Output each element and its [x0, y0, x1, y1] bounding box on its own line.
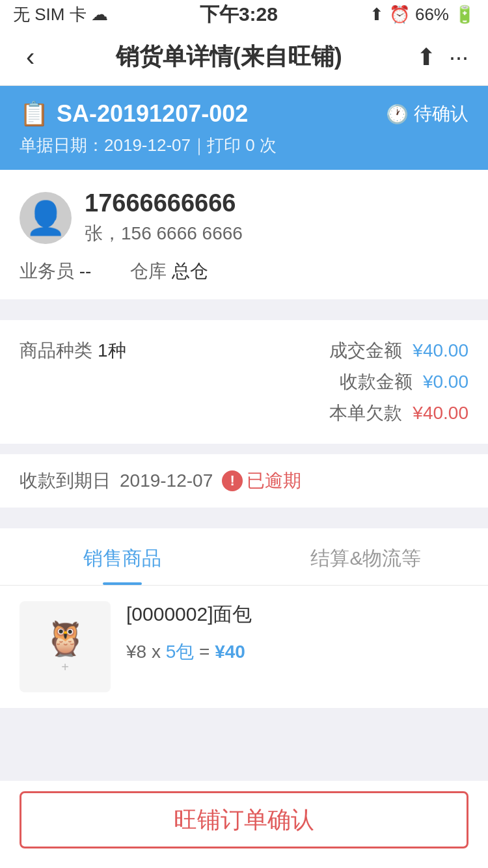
status-bar: 无 SIM 卡 ☁ 下午3:28 ⬆ ⏰ 66% 🔋	[0, 0, 488, 29]
summary-card: 商品种类 1种 成交金额 ¥40.00 收款金额 ¥0.00 本单欠款 ¥40.…	[0, 320, 488, 444]
tab-settlement-logistics[interactable]: 结算&物流等	[244, 528, 488, 585]
owed-amount-value: ¥40.00	[413, 403, 468, 424]
bottom-bar: 旺铺订单确认	[0, 781, 488, 868]
amounts-section: 成交金额 ¥40.00 收款金额 ¥0.00 本单欠款 ¥40.00	[329, 338, 468, 426]
overdue-badge: ! 已逾期	[222, 468, 301, 493]
price-equals: =	[199, 642, 215, 662]
price-base: ¥8 x	[126, 642, 161, 662]
salesperson-value: --	[79, 261, 92, 281]
clock-icon: 🕐	[386, 103, 409, 125]
customer-name-phone: 张，156 6666 6666	[85, 221, 243, 246]
transaction-amount-label: 成交金额	[329, 338, 402, 363]
warehouse-value: 总仓	[172, 261, 208, 281]
due-date-value: 2019-12-07	[120, 470, 213, 491]
tab-sales-products[interactable]: 销售商品	[0, 528, 244, 585]
product-types-label: 商品种类	[20, 338, 92, 363]
order-date: 单据日期：2019-12-07｜打印 0 次	[20, 134, 468, 157]
status-right: ⬆ ⏰ 66% 🔋	[370, 5, 475, 25]
battery-icon: 🔋	[454, 5, 475, 25]
back-button[interactable]: ‹	[20, 36, 41, 78]
price-qty: 5包	[166, 642, 195, 662]
customer-card: 👤 17666666666 张，156 6666 6666 业务员 -- 仓库 …	[0, 170, 488, 299]
status-left: 无 SIM 卡 ☁	[13, 3, 108, 26]
page-title: 销货单详情(来自旺铺)	[41, 41, 416, 73]
divider-2	[0, 508, 488, 518]
owed-amount-label: 本单欠款	[329, 401, 402, 426]
product-card: 🦉 + [0000002]面包 ¥8 x 5包 = ¥40	[0, 586, 488, 708]
share-button[interactable]: ⬆	[416, 44, 436, 71]
confirm-order-button[interactable]: 旺铺订单确认	[20, 791, 468, 848]
no-sim-text: 无 SIM 卡 ☁	[13, 3, 108, 26]
product-image-plus: +	[61, 660, 69, 675]
order-doc-icon: 📋	[20, 100, 49, 128]
nav-actions: ⬆ ···	[416, 44, 468, 71]
order-number: 📋 SA-20191207-002	[20, 100, 248, 128]
alarm-icon: ⏰	[389, 5, 410, 25]
customer-phone: 17666666666	[85, 189, 243, 217]
product-image-icon: 🦉	[44, 619, 87, 658]
navigation-icon: ⬆	[370, 5, 384, 25]
avatar: 👤	[20, 192, 72, 244]
product-name: [0000002]面包	[126, 601, 468, 628]
avatar-icon: 👤	[25, 199, 66, 237]
product-thumbnail: 🦉 +	[20, 601, 111, 692]
warning-icon: !	[222, 470, 243, 491]
received-amount-label: 收款金额	[340, 370, 413, 394]
tabs: 销售商品 结算&物流等	[0, 528, 488, 586]
transaction-amount-value: ¥40.00	[413, 340, 468, 361]
more-button[interactable]: ···	[449, 44, 468, 71]
overdue-text: 已逾期	[247, 468, 301, 493]
salesperson-field: 业务员 --	[20, 259, 91, 284]
price-total: ¥40	[215, 642, 245, 662]
order-header-card: 📋 SA-20191207-002 🕐 待确认 单据日期：2019-12-07｜…	[0, 86, 488, 170]
warehouse-field: 仓库 总仓	[130, 259, 208, 284]
battery-text: 66%	[415, 5, 449, 25]
product-price-row: ¥8 x 5包 = ¥40	[126, 640, 468, 664]
status-time: 下午3:28	[200, 1, 278, 28]
nav-bar: ‹ 销货单详情(来自旺铺) ⬆ ···	[0, 29, 488, 86]
due-date-label: 收款到期日	[20, 468, 111, 493]
divider-1	[0, 310, 488, 320]
due-date-card: 收款到期日 2019-12-07 ! 已逾期	[0, 454, 488, 508]
order-status-badge: 🕐 待确认	[386, 102, 468, 126]
product-types-value: 1种	[98, 338, 126, 363]
product-info: [0000002]面包 ¥8 x 5包 = ¥40	[126, 601, 468, 664]
received-amount-value: ¥0.00	[423, 372, 468, 392]
